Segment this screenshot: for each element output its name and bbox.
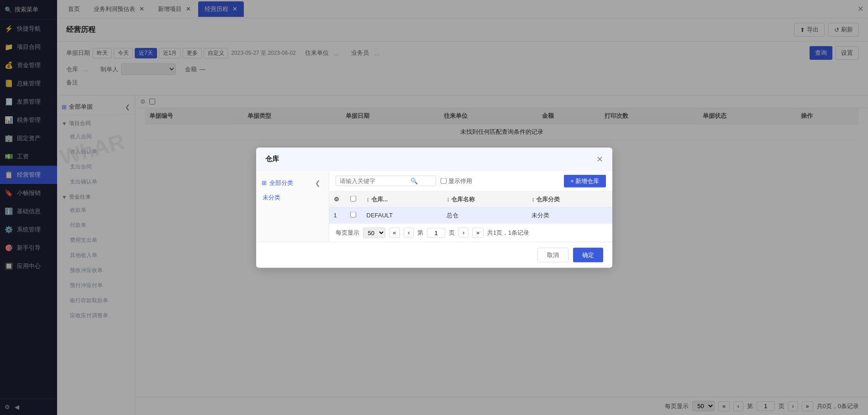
cancel-button[interactable]: 取消: [537, 247, 568, 262]
modal-table-header: ⚙ ↕ 仓库... ↕ 仓库名称 ↕: [329, 191, 612, 207]
modal-body: ⊞ 全部分类 ❮ 未分类 🔍 显示停用 + 新增仓库: [256, 171, 612, 242]
row-checkbox-cell[interactable]: [346, 207, 362, 223]
col-checkbox-header: [346, 191, 362, 207]
modal-footer: 取消 确定: [256, 242, 612, 268]
col-warehouse-category: ↕ 仓库分类: [527, 191, 612, 207]
search-box: 🔍: [336, 176, 436, 186]
modal-last-page-btn[interactable]: »: [472, 228, 484, 238]
category-uncategorized-label: 未分类: [263, 194, 280, 200]
modal-page-word: 第: [417, 229, 423, 237]
modal-header: 仓库 ✕: [256, 147, 612, 171]
show-disabled-checkbox[interactable]: [441, 178, 447, 184]
show-disabled-label[interactable]: 显示停用: [441, 177, 472, 185]
modal-table-wrap: ⚙ ↕ 仓库... ↕ 仓库名称 ↕: [329, 191, 612, 223]
modal-page-label: 页: [449, 229, 455, 237]
data-panel-toolbar: 🔍 显示停用 + 新增仓库: [329, 171, 612, 191]
modal-per-page-label: 每页显示: [336, 229, 359, 237]
add-warehouse-button[interactable]: + 新增仓库: [564, 174, 605, 187]
data-panel: 🔍 显示停用 + 新增仓库 ⚙ ↕ 仓: [329, 171, 612, 242]
modal-first-page-btn[interactable]: «: [389, 228, 400, 238]
modal-per-page-select[interactable]: 50: [363, 227, 385, 238]
col-warehouse-code: ↕ 仓库...: [362, 191, 442, 207]
category-all-header[interactable]: ⊞ 全部分类 ❮: [256, 175, 329, 190]
category-uncategorized[interactable]: 未分类: [256, 190, 329, 205]
modal-page-input[interactable]: [427, 228, 445, 237]
sort-icon: ↕: [447, 195, 450, 202]
select-all-modal[interactable]: [350, 195, 356, 201]
col-warehouse-name: ↕ 仓库名称: [442, 191, 527, 207]
modal-title: 仓库: [265, 155, 279, 163]
row-category: 未分类: [527, 207, 612, 223]
row-code: DEFAULT: [362, 207, 442, 223]
grid-icon: ⊞: [262, 179, 267, 186]
modal-warehouse-table: ⚙ ↕ 仓库... ↕ 仓库名称 ↕: [329, 191, 612, 223]
sort-icon: ↕: [367, 195, 370, 202]
row-settings[interactable]: 1: [329, 207, 346, 223]
search-icon[interactable]: 🔍: [410, 178, 418, 184]
modal-prev-page-btn[interactable]: ‹: [404, 228, 414, 238]
collapse-category-btn[interactable]: ❮: [312, 178, 323, 187]
warehouse-modal: 仓库 ✕ ⊞ 全部分类 ❮ 未分类 🔍 显示停用: [256, 147, 612, 268]
modal-next-page-btn[interactable]: ›: [458, 228, 468, 238]
category-all-label: 全部分类: [269, 179, 293, 187]
category-panel: ⊞ 全部分类 ❮ 未分类: [256, 171, 329, 242]
confirm-button[interactable]: 确定: [573, 247, 603, 262]
table-row[interactable]: 1 DEFAULT 总仓 未分类: [329, 207, 612, 223]
modal-total-label: 共1页，1条记录: [487, 229, 529, 237]
row-checkbox[interactable]: [350, 211, 356, 217]
row-name: 总仓: [442, 207, 527, 223]
modal-pagination: 每页显示 50 « ‹ 第 页 › » 共1页，1条记录: [329, 223, 612, 242]
warehouse-search-input[interactable]: [340, 178, 408, 184]
col-settings[interactable]: ⚙: [329, 191, 346, 207]
show-disabled-text: 显示停用: [448, 177, 472, 185]
modal-close-btn[interactable]: ✕: [596, 154, 603, 164]
sort-icon: ↕: [531, 195, 535, 202]
